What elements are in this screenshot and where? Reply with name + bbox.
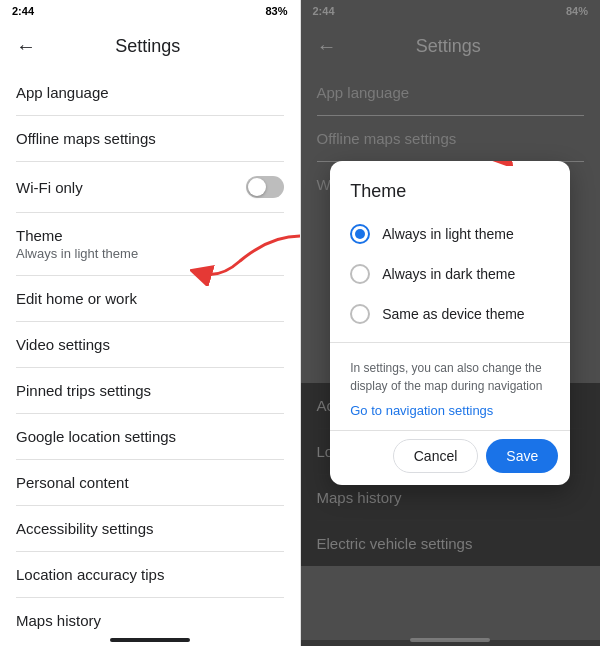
- modal-option-always-dark[interactable]: Always in dark theme: [330, 254, 570, 294]
- modal-save-button[interactable]: Save: [486, 439, 558, 473]
- settings-item-wifi-only[interactable]: Wi-Fi only: [0, 162, 300, 212]
- modal-option-device-theme[interactable]: Same as device theme: [330, 294, 570, 334]
- right-panel: 2:44 84% ← Settings App language Offline…: [301, 0, 601, 646]
- radio-always-dark[interactable]: [350, 264, 370, 284]
- radio-inner-always-light: [355, 229, 365, 239]
- left-battery: 83%: [265, 5, 287, 17]
- settings-item-maps-history[interactable]: Maps history: [0, 598, 300, 640]
- settings-item-pinned-trips[interactable]: Pinned trips settings: [0, 368, 300, 413]
- modal-divider: [330, 342, 570, 343]
- left-time: 2:44: [12, 5, 34, 17]
- radio-device-theme[interactable]: [350, 304, 370, 324]
- modal-option-label-always-dark: Always in dark theme: [382, 266, 515, 282]
- wifi-only-toggle[interactable]: [246, 176, 284, 198]
- left-bottom-bar: [0, 640, 300, 646]
- settings-item-video[interactable]: Video settings: [0, 322, 300, 367]
- left-status-bar: 2:44 83%: [0, 0, 300, 22]
- left-settings-list: App language Offline maps settings Wi-Fi…: [0, 70, 300, 640]
- settings-item-google-location[interactable]: Google location settings: [0, 414, 300, 459]
- settings-item-offline-maps[interactable]: Offline maps settings: [0, 116, 300, 161]
- settings-item-location-accuracy[interactable]: Location accuracy tips: [0, 552, 300, 597]
- modal-nav-link[interactable]: Go to navigation settings: [330, 399, 570, 430]
- settings-item-personal-content[interactable]: Personal content: [0, 460, 300, 505]
- settings-item-theme[interactable]: Theme Always in light theme: [0, 213, 300, 275]
- modal-info-text: In settings, you can also change the dis…: [330, 351, 570, 399]
- modal-overlay[interactable]: Theme Always in light theme Always in da…: [301, 0, 601, 646]
- theme-modal: Theme Always in light theme Always in da…: [330, 161, 570, 485]
- modal-cancel-button[interactable]: Cancel: [393, 439, 479, 473]
- modal-option-always-light[interactable]: Always in light theme: [330, 214, 570, 254]
- modal-actions: Cancel Save: [330, 430, 570, 485]
- radio-always-light[interactable]: [350, 224, 370, 244]
- left-panel: 2:44 83% ← Settings App language Offline…: [0, 0, 300, 646]
- toggle-knob: [248, 178, 266, 196]
- home-indicator-left: [110, 638, 190, 642]
- left-back-button[interactable]: ←: [16, 35, 36, 58]
- settings-item-accessibility[interactable]: Accessibility settings: [0, 506, 300, 551]
- left-toolbar: ← Settings: [0, 22, 300, 70]
- settings-item-app-language[interactable]: App language: [0, 70, 300, 115]
- left-screen-title: Settings: [36, 36, 260, 57]
- modal-title: Theme: [330, 161, 570, 214]
- settings-item-edit-home-work[interactable]: Edit home or work: [0, 276, 300, 321]
- modal-option-label-device-theme: Same as device theme: [382, 306, 524, 322]
- modal-option-label-always-light: Always in light theme: [382, 226, 514, 242]
